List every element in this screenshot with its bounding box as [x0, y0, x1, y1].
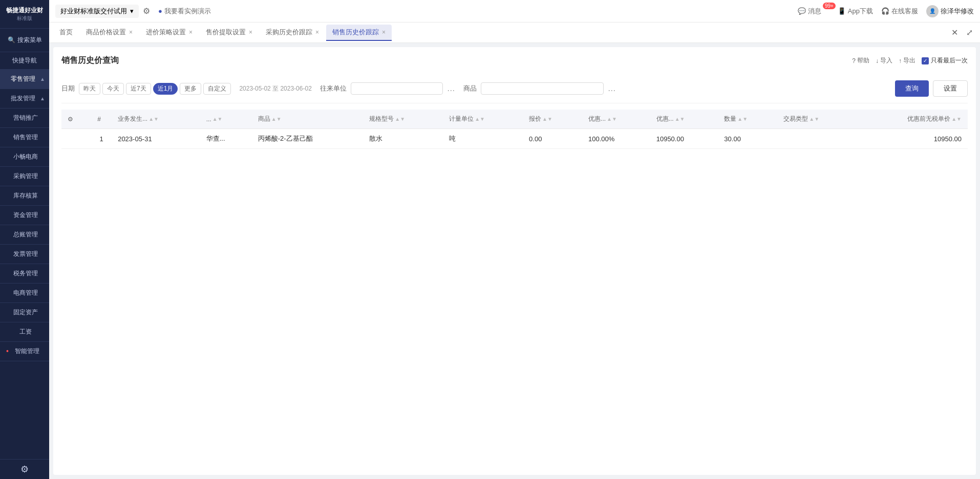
sidebar-search-area[interactable]: 🔍 搜索菜单 — [0, 29, 49, 52]
sidebar-settings-button[interactable]: ⚙ — [0, 459, 49, 479]
date-yesterday-btn[interactable]: 昨天 — [79, 83, 100, 95]
date-range-display: 2023-05-02 至 2023-06-02 — [239, 84, 311, 93]
row-product: 丙烯酸-2-乙基己酯 — [252, 129, 364, 149]
query-button[interactable]: 查询 — [895, 80, 929, 97]
tab-close-icon[interactable]: × — [129, 29, 133, 36]
source-unit-dots[interactable]: … — [447, 84, 455, 93]
tab-purchase-strategy[interactable]: 进价策略设置 × — [140, 25, 199, 41]
tab-close-icon[interactable]: × — [315, 29, 319, 36]
chevron-icon: ▲ — [40, 76, 45, 82]
col-tx-type[interactable]: 交易类型 ▲▼ — [777, 110, 857, 129]
app-edition: 标准版 — [4, 15, 45, 22]
tab-sale-history[interactable]: 销售历史价跟踪 × — [326, 25, 392, 41]
product-input[interactable] — [481, 82, 604, 95]
product-selector[interactable]: 好业财标准版交付试用 ▾ — [55, 5, 139, 18]
sort-icon: ▲▼ — [475, 117, 485, 122]
page-title: 销售历史价查询 — [61, 55, 119, 66]
col-spec-label: 规格型号 — [369, 115, 394, 123]
help-link[interactable]: ? 帮助 — [852, 56, 869, 65]
online-service-button[interactable]: 🎧 在线客服 — [881, 7, 918, 16]
col-product-label: 商品 — [258, 115, 270, 123]
date-more-btn[interactable]: 更多 — [180, 83, 201, 95]
settings-button[interactable]: 设置 — [933, 80, 968, 97]
user-avatar: 👤 — [926, 5, 939, 17]
table-settings-icon[interactable]: ⚙ — [68, 116, 73, 123]
tab-purchase-history[interactable]: 采购历史价跟踪 × — [260, 25, 325, 41]
sidebar-item-retail[interactable]: 零售管理 ▲ — [0, 70, 49, 89]
quick-nav-button[interactable]: 快捷导航 — [0, 52, 49, 70]
sidebar-item-smart[interactable]: 智能管理 — [0, 342, 49, 361]
demo-link[interactable]: ● 我要看实例演示 — [158, 7, 211, 16]
search-icon: 🔍 — [8, 36, 15, 43]
col-discount-amt[interactable]: 优惠... ▲▼ — [650, 110, 718, 129]
sidebar-item-fixed-assets[interactable]: 固定资产 — [0, 303, 49, 322]
col-tx-type-label: 交易类型 — [783, 115, 808, 123]
tab-product-price[interactable]: 商品价格设置 × — [80, 25, 139, 41]
tab-home-label: 首页 — [59, 28, 73, 37]
data-table: ⚙ # 业务发生... ▲▼ ... ▲▼ — [61, 110, 968, 149]
tab-sale-extract[interactable]: 售价提取设置 × — [200, 25, 259, 41]
messages-button[interactable]: 💬 消息 99+ — [798, 7, 829, 16]
sidebar-item-sales[interactable]: 销售管理 — [0, 128, 49, 147]
import-link[interactable]: ↓ 导入 — [876, 56, 892, 65]
app-download-button[interactable]: 📱 App下载 — [838, 7, 873, 16]
sidebar-item-tax[interactable]: 税务管理 — [0, 264, 49, 284]
tab-close-icon[interactable]: × — [249, 29, 252, 36]
col-product[interactable]: 商品 ▲▼ — [252, 110, 364, 129]
filter-bar: 日期 昨天 今天 近7天 近1月 更多 自定义 2023-05-02 至 202… — [61, 74, 968, 103]
col-price[interactable]: 报价 ▲▼ — [523, 110, 582, 129]
chevron-down-icon: ▾ — [130, 7, 134, 15]
date-today-btn[interactable]: 今天 — [102, 83, 124, 95]
col-discount-amt-label: 优惠... — [656, 115, 674, 123]
col-quantity-label: 数量 — [724, 115, 736, 123]
sidebar-item-ecommerce[interactable]: 电商管理 — [0, 284, 49, 303]
chevron-icon: ▲ — [40, 96, 45, 101]
product-dots[interactable]: … — [608, 84, 616, 93]
content-area: 销售历史价查询 ? 帮助 ↓ 导入 ↑ 导出 ✓ 只看最后一次 — [53, 47, 976, 475]
sidebar: 畅捷通好业财 标准版 🔍 搜索菜单 快捷导航 零售管理 ▲ 批发管理 ▲ 营销推… — [0, 0, 49, 479]
user-menu[interactable]: 👤 徐泽华修改 — [926, 5, 974, 17]
col-pretax-price[interactable]: 优惠前无税单价 ▲▼ — [857, 110, 968, 129]
only-last-checkbox[interactable]: ✓ 只看最后一次 — [922, 56, 968, 65]
tab-product-price-label: 商品价格设置 — [86, 28, 126, 37]
tab-close-icon[interactable]: × — [189, 29, 193, 36]
col-spec[interactable]: 规格型号 ▲▼ — [363, 110, 443, 129]
tab-close-window-button[interactable]: ✕ — [948, 27, 961, 38]
sidebar-item-purchase[interactable]: 采购管理 — [0, 167, 49, 186]
sidebar-item-ecommerce-small[interactable]: 小畅电商 — [0, 147, 49, 167]
row-tx-type — [777, 129, 857, 149]
sidebar-item-marketing[interactable]: 营销推广 — [0, 108, 49, 128]
source-unit-input[interactable] — [351, 82, 443, 95]
date-7days-btn[interactable]: 近7天 — [126, 83, 151, 95]
col-pretax-price-label: 优惠前无税单价 — [907, 115, 950, 123]
col-discount-pct[interactable]: 优惠... ▲▼ — [582, 110, 650, 129]
col-unit[interactable]: 计量单位 ▲▼ — [443, 110, 523, 129]
tab-home[interactable]: 首页 — [53, 25, 79, 41]
sidebar-item-wholesale[interactable]: 批发管理 ▲ — [0, 89, 49, 108]
sort-icon: ▲▼ — [951, 117, 962, 122]
col-unit-label: 计量单位 — [449, 115, 474, 123]
topbar-settings-icon[interactable]: ⚙ — [143, 6, 150, 16]
date-1month-btn[interactable]: 近1月 — [153, 83, 178, 95]
product-name: 好业财标准版交付试用 — [60, 7, 127, 16]
col-more[interactable]: ... ▲▼ — [200, 110, 252, 129]
sidebar-item-inventory[interactable]: 库存核算 — [0, 186, 49, 206]
row-settings-cell[interactable] — [61, 129, 91, 149]
messages-label: 消息 — [808, 7, 821, 16]
sidebar-item-ledger[interactable]: 总账管理 — [0, 225, 49, 245]
col-settings[interactable]: ⚙ — [61, 110, 91, 129]
export-icon: ↑ — [899, 57, 902, 64]
export-link[interactable]: ↑ 导出 — [899, 56, 915, 65]
sidebar-item-salary[interactable]: 工资 — [0, 322, 49, 342]
date-custom-btn[interactable]: 自定义 — [203, 83, 231, 95]
col-quantity[interactable]: 数量 ▲▼ — [718, 110, 777, 129]
col-business-date[interactable]: 业务发生... ▲▼ — [112, 110, 200, 129]
tab-close-icon[interactable]: × — [382, 29, 386, 36]
sidebar-item-invoice[interactable]: 发票管理 — [0, 245, 49, 264]
sort-icon: ▲▼ — [809, 117, 819, 122]
tab-sale-history-label: 销售历史价跟踪 — [332, 28, 379, 37]
tab-expand-button[interactable]: ⤢ — [963, 27, 976, 38]
search-menu-button[interactable]: 🔍 搜索菜单 — [4, 34, 45, 47]
sidebar-item-finance[interactable]: 资金管理 — [0, 206, 49, 225]
main-area: 好业财标准版交付试用 ▾ ⚙ ● 我要看实例演示 💬 消息 99+ 📱 App下… — [49, 0, 980, 479]
